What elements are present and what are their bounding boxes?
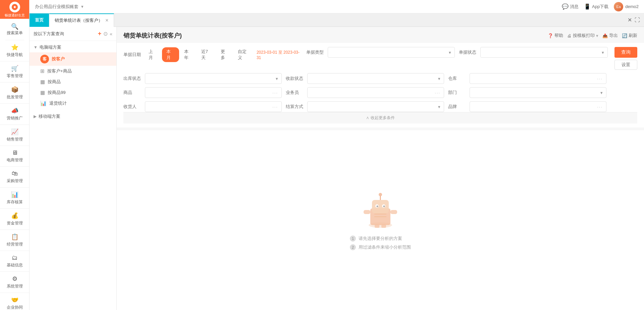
tip-1-text: 请先选择要分析的方案 xyxy=(359,236,402,242)
sidebar-item-sales[interactable]: 📈 销售管理 xyxy=(0,125,30,146)
print-button[interactable]: 🖨 按模板打印 ▾ xyxy=(567,33,598,39)
sidebar-item-quicknav[interactable]: ⭐ 快捷导航 xyxy=(0,40,30,61)
avatar: Ea xyxy=(614,2,623,11)
date-btn-7days[interactable]: 近7天 xyxy=(198,47,216,62)
sidebar-item-search[interactable]: 🔍 搜索菜单 xyxy=(5,19,24,40)
add-scheme-button[interactable]: + xyxy=(98,30,102,37)
message-label: 消息 xyxy=(570,4,579,10)
date-btn-this-year[interactable]: 本年 xyxy=(180,47,196,62)
sidebar-item-purchase[interactable]: 🛍 采购管理 xyxy=(0,167,30,188)
date-btn-more[interactable]: 更多 xyxy=(217,47,233,62)
print-dropdown-icon: ▾ xyxy=(596,33,598,38)
empty-tip-1: 1 请先选择要分析的方案 xyxy=(350,236,411,242)
tree-item-goods[interactable]: ▦ 按商品 xyxy=(30,76,116,87)
sidebar-item-wholesale[interactable]: 📦 批发管理 xyxy=(0,83,30,104)
tree-item-goods-label: 按商品 xyxy=(48,79,61,85)
print-label: 按模板打印 xyxy=(573,33,595,39)
tree-item-goods-icon: ▦ xyxy=(40,79,45,85)
warehouse-dots: ··· xyxy=(597,76,603,81)
tree-group-mobile-arrow: ▶ xyxy=(34,114,37,119)
filter-actions: 查询 设置 xyxy=(614,47,637,70)
query-button[interactable]: 查询 xyxy=(614,47,637,58)
settle-method-select[interactable]: ▾ xyxy=(307,101,444,112)
refresh-button[interactable]: 🔄 刷新 xyxy=(622,33,637,39)
page-header: 销货单统计表(按客户) ❓ 帮助 🖨 按模板打印 ▾ 📤 导出 xyxy=(117,27,644,43)
settle-method-arrow: ▾ xyxy=(438,104,440,109)
empty-state: 1 请先选择要分析的方案 2 用过滤条件来缩小分析范围 xyxy=(117,130,644,310)
sidebar-item-retail[interactable]: 🛒 零售管理 xyxy=(0,61,30,83)
help-button[interactable]: ❓ 帮助 xyxy=(548,33,563,39)
collapse-panel-button[interactable]: « xyxy=(110,31,112,37)
export-button[interactable]: 📤 导出 xyxy=(602,33,618,39)
page-title: 销货单统计表(按客户) xyxy=(123,32,182,40)
sidebar-item-basic[interactable]: 🗂 基础信息 xyxy=(0,251,30,272)
receiver-select[interactable]: ··· xyxy=(145,101,282,112)
brand-select[interactable]: ··· xyxy=(470,101,606,112)
header-breadcrumb: 办公用品行业模拟账套 ▾ xyxy=(35,4,84,10)
tip-1-number: 1 xyxy=(350,236,356,242)
tree-item-goods99-icon: ▦ xyxy=(40,90,45,96)
sidebar-item-finance[interactable]: 💰 资金管理 xyxy=(0,209,30,230)
tab-expand-icon[interactable]: ⛶ xyxy=(635,17,640,23)
collapse-bar[interactable]: ∧ 收起更多条件 xyxy=(123,112,637,123)
dept-select[interactable]: ▾ xyxy=(470,87,606,98)
receipt-status-select[interactable]: ▾ xyxy=(307,73,444,84)
date-btn-last-month[interactable]: 上月 xyxy=(145,47,161,62)
sidebar-item-ops[interactable]: 📋 经营管理 xyxy=(0,230,30,251)
tree-group-arrow: ▼ xyxy=(34,45,38,50)
sidebar-item-inventory[interactable]: 📊 库存核算 xyxy=(0,188,30,209)
svg-rect-15 xyxy=(381,224,386,228)
tree-item-customer-goods[interactable]: ⊞ 按客户+商品 xyxy=(30,66,116,76)
doc-type-label: 单据类型 xyxy=(306,49,325,55)
tree-group-mobile[interactable]: ▶ 移动端方案 xyxy=(30,111,116,121)
settings-button[interactable]: 设置 xyxy=(614,60,637,70)
tab-home[interactable]: 首页 xyxy=(30,13,49,27)
sidebar: 畅捷通好生意 🔍 搜索菜单 ⭐ 快捷导航 🛒 零售管理 📦 批发管理 📣 营销推… xyxy=(0,0,30,310)
empty-tip-2: 2 用过滤条件来缩小分析范围 xyxy=(350,244,411,250)
date-label: 单据日期 xyxy=(123,52,142,58)
sidebar-item-marketing[interactable]: 📣 营销推广 xyxy=(0,104,30,125)
sidebar-item-corp[interactable]: 🤝 企业协同 xyxy=(0,293,30,310)
tree-group-mobile-label: 移动端方案 xyxy=(39,113,60,119)
refresh-label: 刷新 xyxy=(629,33,637,39)
tab-close-icon[interactable]: × xyxy=(105,18,108,23)
sidebar-item-ecommerce[interactable]: 🖥 电商管理 xyxy=(0,146,30,167)
warehouse-select[interactable]: ··· xyxy=(470,73,606,84)
left-panel-header: 按以下方案查询 + ⊙ « xyxy=(30,27,116,41)
receiver-label: 收货人 xyxy=(123,104,142,110)
out-status-select[interactable]: ▾ xyxy=(145,73,282,84)
salesperson-label: 业务员 xyxy=(286,90,305,96)
tree-group-desktop[interactable]: ▼ 电脑端方案 xyxy=(30,42,116,52)
settings-scheme-button[interactable]: ⊙ xyxy=(103,31,108,37)
salesperson-select[interactable]: ··· xyxy=(307,87,444,98)
svg-rect-3 xyxy=(372,200,389,213)
date-btn-this-month[interactable]: 本月 xyxy=(162,47,179,62)
right-content: 销货单统计表(按客户) ❓ 帮助 🖨 按模板打印 ▾ 📤 导出 xyxy=(117,27,644,310)
tree-item-customer[interactable]: 客 按客户 xyxy=(30,52,116,66)
app-name: 畅捷通好生意 xyxy=(5,13,25,17)
doc-type-select[interactable]: ▾ xyxy=(328,47,455,58)
user-profile-button[interactable]: Ea demo2 xyxy=(614,2,639,11)
tree-item-goods99[interactable]: ▦ 按商品99 xyxy=(30,87,116,98)
svg-point-9 xyxy=(379,193,382,196)
settle-method-label: 结算方式 xyxy=(286,104,305,110)
tab-bar: 首页 销货单统计表（按客户） × ✕ ⛶ xyxy=(30,13,644,27)
app-download-button[interactable]: 📱 App下载 xyxy=(584,3,608,10)
sidebar-item-system[interactable]: ⚙ 系统管理 xyxy=(0,272,30,293)
breadcrumb-dropdown-icon[interactable]: ▾ xyxy=(81,4,84,9)
receiver-dots: ··· xyxy=(272,104,278,109)
tab-close-all-icon[interactable]: ✕ xyxy=(628,17,632,23)
help-label: 帮助 xyxy=(554,33,563,39)
message-button[interactable]: 💬 消息 xyxy=(562,3,579,10)
tree-item-return-stat-label: 退货统计 xyxy=(49,100,67,106)
date-btn-custom[interactable]: 自定义 xyxy=(234,47,254,62)
app-download-label: App下载 xyxy=(592,4,608,10)
app-logo: 畅捷通好生意 xyxy=(0,0,30,19)
help-icon: ❓ xyxy=(548,33,553,38)
tree-item-return-stat[interactable]: 📊 退货统计 xyxy=(30,98,116,109)
goods-select[interactable]: ··· xyxy=(145,87,282,98)
salesperson-dots: ··· xyxy=(435,90,440,95)
tab-sales-stat[interactable]: 销货单统计表（按客户） × xyxy=(49,13,114,27)
receipt-status-label: 收款状态 xyxy=(286,75,305,82)
doc-status-select[interactable]: ▾ xyxy=(480,47,608,58)
